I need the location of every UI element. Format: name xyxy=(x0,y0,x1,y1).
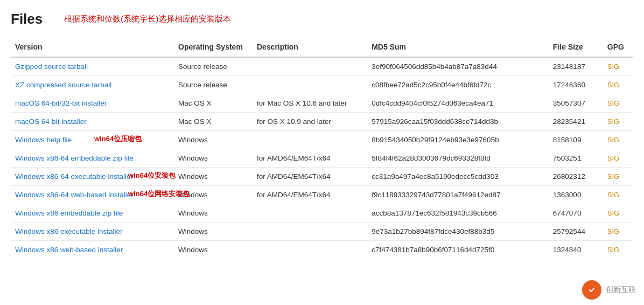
desc-cell xyxy=(253,131,367,149)
desc-cell xyxy=(253,223,367,241)
version-link[interactable]: macOS 64-bit installer xyxy=(15,117,87,126)
size-cell: 28235421 xyxy=(549,113,603,131)
version-cell: Windows x86-64 executable installerwin64… xyxy=(11,168,174,186)
desc-cell xyxy=(253,57,367,76)
sig-link[interactable]: SIG xyxy=(607,63,619,71)
table-row: Windows x86 web-based installerWindowsc7… xyxy=(11,241,633,259)
version-cell: Windows help filewin64位压缩包 xyxy=(11,131,174,149)
md5-cell: 3ef90f064506dd85b4b4ab87a7a83d44 xyxy=(367,57,549,76)
watermark: 创新互联 xyxy=(582,280,636,300)
gpg-cell: SIG xyxy=(603,223,633,241)
os-cell: Windows xyxy=(174,223,253,241)
desc-cell: for AMD64/EM64T/x64 xyxy=(253,168,367,186)
size-cell: 25792544 xyxy=(549,223,603,241)
sig-link[interactable]: SIG xyxy=(607,81,619,89)
size-cell: 7503251 xyxy=(549,149,603,168)
table-row: Windows x86 executable installerWindows9… xyxy=(11,223,633,241)
version-link[interactable]: Windows x86-64 executable installer xyxy=(15,172,133,181)
sig-link[interactable]: SIG xyxy=(607,172,619,181)
os-cell: Source release xyxy=(174,76,253,94)
files-table: Version Operating System Description MD5… xyxy=(11,37,633,259)
gpg-cell: SIG xyxy=(603,76,633,94)
os-cell: Windows xyxy=(174,241,253,259)
page-title: Files xyxy=(11,11,43,27)
version-link[interactable]: Gzipped source tarball xyxy=(15,63,88,71)
table-header: Version Operating System Description MD5… xyxy=(11,37,633,57)
col-desc-header: Description xyxy=(253,37,367,57)
table-body: Gzipped source tarballSource release3ef9… xyxy=(11,57,633,259)
md5-cell: f9c118933329743d77801a7f49612ed87 xyxy=(367,186,549,204)
version-link[interactable]: Windows help file xyxy=(15,136,72,144)
sig-link[interactable]: SIG xyxy=(607,246,619,254)
gpg-cell: SIG xyxy=(603,204,633,223)
gpg-cell: SIG xyxy=(603,57,633,76)
gpg-cell: SIG xyxy=(603,131,633,149)
annotation-label: win64位压缩包 xyxy=(94,134,142,144)
table-row: macOS 64-bit installerMac OS Xfor OS X 1… xyxy=(11,113,633,131)
gpg-cell: SIG xyxy=(603,94,633,113)
col-md5-header: MD5 Sum xyxy=(367,37,549,57)
desc-cell: for OS X 10.9 and later xyxy=(253,113,367,131)
version-link[interactable]: Windows x86 web-based installer xyxy=(15,246,123,254)
sig-link[interactable]: SIG xyxy=(607,136,619,144)
md5-cell: 57915a926caa15f03ddd638ce714dd3b xyxy=(367,113,549,131)
annotation-label: win64位网络安装包 xyxy=(128,189,190,199)
table-row: Windows x86 embeddable zip fileWindowsac… xyxy=(11,204,633,223)
version-cell: Gzipped source tarball xyxy=(11,57,174,76)
version-link[interactable]: macOS 64-bit/32-bit installer xyxy=(15,99,107,107)
version-cell: Windows x86 web-based installer xyxy=(11,241,174,259)
sig-link[interactable]: SIG xyxy=(607,117,619,126)
version-link[interactable]: Windows x86-64 embeddable zip file xyxy=(15,154,134,162)
os-cell: Windows xyxy=(174,168,253,186)
table-row: Windows help filewin64位压缩包Windows8b91543… xyxy=(11,131,633,149)
gpg-cell: SIG xyxy=(603,241,633,259)
desc-cell xyxy=(253,204,367,223)
sig-link[interactable]: SIG xyxy=(607,227,619,235)
version-cell: Windows x86 embeddable zip file xyxy=(11,204,174,223)
size-cell: 35057307 xyxy=(549,94,603,113)
version-cell: Windows x86-64 embeddable zip file xyxy=(11,149,174,168)
version-link[interactable]: Windows x86-64 web-based installer xyxy=(15,191,134,199)
version-cell: macOS 64-bit/32-bit installer xyxy=(11,94,174,113)
version-cell: XZ compressed source tarball xyxy=(11,76,174,94)
sig-link[interactable]: SIG xyxy=(607,191,619,199)
gpg-cell: SIG xyxy=(603,186,633,204)
size-cell: 26802312 xyxy=(549,168,603,186)
size-cell: 17246360 xyxy=(549,76,603,94)
page-subtitle: 根据系统和位数(系统字长)选择相应的安装版本 xyxy=(64,14,231,24)
sig-link[interactable]: SIG xyxy=(607,209,619,217)
col-os-header: Operating System xyxy=(174,37,253,57)
md5-cell: 5f84f4f62a28d3003679dc693328f8fd xyxy=(367,149,549,168)
os-cell: Source release xyxy=(174,57,253,76)
os-cell: Windows xyxy=(174,204,253,223)
version-link[interactable]: XZ compressed source tarball xyxy=(15,81,111,89)
os-cell: Mac OS X xyxy=(174,113,253,131)
table-row: Windows x86-64 web-based installerwin64位… xyxy=(11,186,633,204)
md5-cell: 0dfc4cdd9404cf0f5274d063eca4ea71 xyxy=(367,94,549,113)
desc-cell xyxy=(253,241,367,259)
sig-link[interactable]: SIG xyxy=(607,154,619,162)
table-row: XZ compressed source tarballSource relea… xyxy=(11,76,633,94)
header-row: Files 根据系统和位数(系统字长)选择相应的安装版本 xyxy=(11,11,633,27)
desc-cell: for AMD64/EM64T/x64 xyxy=(253,186,367,204)
table-row: Windows x86-64 embeddable zip fileWindow… xyxy=(11,149,633,168)
gpg-cell: SIG xyxy=(603,113,633,131)
size-cell: 6747070 xyxy=(549,204,603,223)
md5-cell: c7f474381b7a8b90b6f07116d4d725f0 xyxy=(367,241,549,259)
sig-link[interactable]: SIG xyxy=(607,99,619,107)
version-cell: Windows x86-64 web-based installerwin64位… xyxy=(11,186,174,204)
md5-cell: 9e73a1b27bb894f87fdce430ef88b3d5 xyxy=(367,223,549,241)
size-cell: 1324840 xyxy=(549,241,603,259)
desc-cell xyxy=(253,76,367,94)
col-version-header: Version xyxy=(11,37,174,57)
table-row: macOS 64-bit/32-bit installerMac OS Xfor… xyxy=(11,94,633,113)
annotation-label: win64位安装包 xyxy=(128,171,176,181)
version-link[interactable]: Windows x86 embeddable zip file xyxy=(15,209,123,217)
col-gpg-header: GPG xyxy=(603,37,633,57)
version-link[interactable]: Windows x86 executable installer xyxy=(15,227,123,235)
desc-cell: for AMD64/EM64T/x64 xyxy=(253,149,367,168)
os-cell: Windows xyxy=(174,131,253,149)
gpg-cell: SIG xyxy=(603,149,633,168)
md5-cell: c08fbee72ad5c2c95b0f4e44bf6fd72c xyxy=(367,76,549,94)
os-cell: Mac OS X xyxy=(174,94,253,113)
